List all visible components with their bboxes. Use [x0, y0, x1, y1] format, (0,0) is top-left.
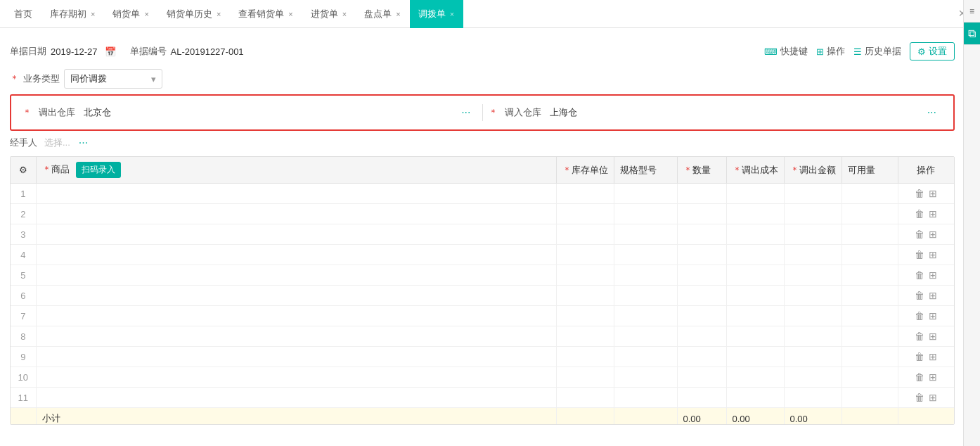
agent-more-button[interactable]: ··· [79, 136, 88, 149]
copy-row-icon[interactable]: ⊞ [929, 269, 937, 281]
col-spec: 规格型号 [614, 157, 677, 184]
number-field: 单据编号 AL-20191227-001 [130, 45, 244, 58]
shortcuts-button[interactable]: ⌨ 快捷键 [764, 45, 808, 58]
copy-row-icon[interactable]: ⊞ [929, 229, 937, 240]
table-row: 11🗑⊞ [11, 388, 954, 408]
target-warehouse-field: ＊ 调入仓库 上海仓 ··· [489, 106, 943, 119]
subtotal-row: 小计 0.00 0.00 0.00 [11, 408, 954, 425]
main-content: 单据日期 2019-12-27 📅 单据编号 AL-20191227-001 ⌨… [0, 28, 980, 425]
target-required-mark: ＊ [489, 106, 498, 119]
target-warehouse-value: 上海仓 [550, 106, 577, 119]
subtotal-amount: 0.00 [790, 414, 808, 424]
delete-row-icon[interactable]: 🗑 [915, 208, 924, 219]
table-row: 6🗑⊞ [11, 286, 954, 306]
close-tab-inventory-count[interactable]: × [396, 10, 400, 18]
shortcuts-icon: ⌨ [764, 46, 778, 57]
close-tab-transfer-order[interactable]: × [450, 10, 454, 18]
copy-row-icon[interactable]: ⊞ [929, 371, 937, 383]
scan-barcode-button[interactable]: 扫码录入 [76, 162, 121, 178]
copy-row-icon[interactable]: ⊞ [929, 331, 937, 342]
delete-row-icon[interactable]: 🗑 [915, 392, 924, 403]
business-type-field: ＊ 业务类型 同价调拨 ▾ [10, 69, 162, 89]
sidebar-list-button[interactable]: ≡ [964, 0, 981, 23]
date-label: 单据日期 [10, 45, 46, 58]
history-button[interactable]: ☰ 历史单据 [853, 45, 901, 58]
tab-sales-history[interactable]: 销货单历史 × [158, 0, 230, 28]
subtotal-cost: 0.00 [733, 414, 750, 424]
copy-row-icon[interactable]: ⊞ [929, 351, 937, 362]
delete-row-icon[interactable]: 🗑 [915, 269, 924, 281]
close-tab-purchase-order[interactable]: × [342, 10, 347, 18]
close-tab-sales-order[interactable]: × [144, 10, 148, 18]
settings-icon: ⚙ [917, 46, 926, 57]
delete-row-icon[interactable]: 🗑 [915, 290, 924, 301]
warehouse-divider [482, 104, 483, 121]
delete-row-icon[interactable]: 🗑 [915, 249, 924, 260]
number-value: AL-20191227-001 [171, 46, 244, 57]
col-cost: ＊调出成本 [726, 157, 784, 184]
copy-row-icon[interactable]: ⊞ [929, 290, 937, 301]
link-icon: ⧉ [968, 27, 976, 40]
calendar-icon[interactable]: 📅 [105, 46, 116, 57]
agent-field: 经手人 选择... ··· [10, 136, 88, 149]
items-table-container: ⚙ ＊商品 扫码录入 ＊库存单位 规格型号 ＊数量 ＊调出成本 ＊调出金额 可用… [10, 156, 955, 425]
sidebar-link-button[interactable]: ⧉ [964, 23, 981, 45]
copy-row-icon[interactable]: ⊞ [929, 188, 937, 199]
tab-transfer-order[interactable]: 调拨单 × [410, 0, 463, 28]
business-type-label: 业务类型 [23, 72, 60, 85]
gear-icon: ⚙ [19, 165, 27, 175]
col-settings[interactable]: ⚙ [11, 157, 36, 184]
target-warehouse-more-button[interactable]: ··· [922, 106, 942, 119]
table-scroll-area[interactable]: ⚙ ＊商品 扫码录入 ＊库存单位 规格型号 ＊数量 ＊调出成本 ＊调出金额 可用… [11, 157, 954, 424]
source-warehouse-more-button[interactable]: ··· [456, 106, 476, 119]
form-row-agent: 经手人 选择... ··· [10, 136, 955, 149]
copy-row-icon[interactable]: ⊞ [929, 208, 937, 219]
col-op: 操作 [898, 157, 954, 184]
tab-purchase-order[interactable]: 进货单 × [302, 0, 356, 28]
copy-row-icon[interactable]: ⊞ [929, 392, 937, 403]
agent-select[interactable]: 选择... [44, 136, 70, 149]
table-header-row: ⚙ ＊商品 扫码录入 ＊库存单位 规格型号 ＊数量 ＊调出成本 ＊调出金额 可用… [11, 157, 954, 184]
table-row: 3🗑⊞ [11, 224, 954, 245]
date-field: 单据日期 2019-12-27 📅 [10, 45, 116, 58]
subtotal-qty: 0.00 [683, 414, 701, 424]
delete-row-icon[interactable]: 🗑 [915, 188, 924, 199]
table-row: 1🗑⊞ [11, 184, 954, 204]
list-icon: ≡ [969, 6, 974, 16]
table-row: 10🗑⊞ [11, 367, 954, 388]
close-tab-sales-history[interactable]: × [217, 10, 221, 18]
tab-sales-order[interactable]: 销货单 × [104, 0, 157, 28]
header-row: 单据日期 2019-12-27 📅 单据编号 AL-20191227-001 ⌨… [10, 42, 955, 60]
table-row: 7🗑⊞ [11, 306, 954, 326]
form-row-1: ＊ 业务类型 同价调拨 ▾ [10, 69, 955, 89]
business-type-select[interactable]: 同价调拨 ▾ [64, 69, 162, 89]
close-tab-inventory-init[interactable]: × [91, 10, 95, 18]
tab-bar: 首页 库存期初 × 销货单 × 销货单历史 × 查看销货单 × 进货单 × 盘点… [0, 0, 980, 28]
delete-row-icon[interactable]: 🗑 [915, 331, 924, 342]
delete-row-icon[interactable]: 🗑 [915, 351, 924, 362]
table-row: 5🗑⊞ [11, 265, 954, 286]
tab-inventory-count[interactable]: 盘点单 × [356, 0, 409, 28]
target-warehouse-label: 调入仓库 [505, 106, 541, 119]
business-type-value: 同价调拨 [70, 72, 148, 85]
number-label: 单据编号 [130, 45, 167, 58]
tab-home[interactable]: 首页 [6, 0, 41, 28]
tab-inventory-init[interactable]: 库存期初 × [41, 0, 104, 28]
tab-view-sales[interactable]: 查看销货单 × [230, 0, 302, 28]
copy-row-icon[interactable]: ⊞ [929, 310, 937, 321]
col-qty: ＊数量 [677, 157, 726, 184]
business-type-required: ＊ [10, 72, 19, 85]
col-product: ＊商品 扫码录入 [36, 157, 556, 184]
dropdown-arrow-icon: ▾ [151, 74, 156, 84]
delete-row-icon[interactable]: 🗑 [915, 371, 924, 383]
delete-row-icon[interactable]: 🗑 [915, 229, 924, 240]
items-table: ⚙ ＊商品 扫码录入 ＊库存单位 规格型号 ＊数量 ＊调出成本 ＊调出金额 可用… [11, 157, 954, 424]
source-warehouse-value: 北京仓 [84, 106, 111, 119]
date-value: 2019-12-27 [51, 46, 98, 57]
copy-row-icon[interactable]: ⊞ [929, 249, 937, 260]
settings-button[interactable]: ⚙ 设置 [910, 42, 955, 60]
close-tab-view-sales[interactable]: × [288, 10, 292, 18]
table-row: 8🗑⊞ [11, 326, 954, 347]
operations-button[interactable]: ⊞ 操作 [816, 45, 845, 58]
delete-row-icon[interactable]: 🗑 [915, 310, 924, 321]
